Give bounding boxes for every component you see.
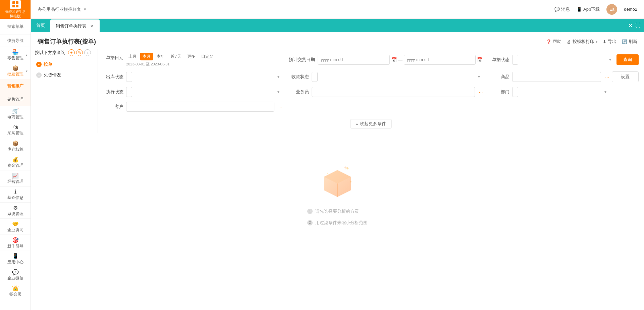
expected-date-from-icon[interactable]: 📅 <box>391 57 397 62</box>
out-status-select[interactable] <box>126 72 132 82</box>
department-select[interactable] <box>512 87 518 97</box>
sidebar-item-app-center[interactable]: 📱 应用中心 <box>0 251 31 267</box>
svg-point-9 <box>350 181 352 183</box>
filter-content: 按以下方案查询 + ✎ « <box>31 49 644 133</box>
logo-text: 标推版 <box>10 14 21 19</box>
expected-date-to-icon[interactable]: 📅 <box>477 57 483 62</box>
settings-btn-spacer: 设置 <box>612 71 639 82</box>
expected-date-from[interactable] <box>318 55 389 65</box>
tab-home[interactable]: 首页 <box>31 19 50 32</box>
sidebar-item-finance[interactable]: 💰 资金管理 <box>0 154 31 170</box>
sales-label: 销售管理 <box>7 97 23 102</box>
date-tab-this-month[interactable]: 本月 <box>140 53 153 60</box>
top-header: 办公用品行业模拟账套 ▾ 💬 消息 📱 App下载 Ea demo2 <box>31 0 644 19</box>
sidebar-item-inventory[interactable]: 📦 库存核算 <box>0 138 31 154</box>
goods-field-group: 商品 ··· 设置 <box>489 71 639 82</box>
print-btn[interactable]: 🖨 按模板打印 ▾ <box>567 39 597 45</box>
filter-scheme-title-text: 按以下方案查询 <box>35 50 65 56</box>
tab-sales-order[interactable]: 销售订单执行表 ✕ <box>50 19 100 33</box>
sidebar-item-basic-info[interactable]: ℹ 基础信息 <box>0 187 31 203</box>
filter-section: 按以下方案查询 + ✎ « <box>31 49 644 133</box>
tab-bar: 首页 销售订单执行表 ✕ ✕ ⛶ <box>31 19 644 32</box>
marketing-label: 营销推广 <box>7 83 23 89</box>
salesperson-label: 业务员 <box>289 89 309 95</box>
exec-status-select[interactable] <box>126 87 132 97</box>
date-tab-this-year[interactable]: 本年 <box>154 53 167 60</box>
avatar[interactable]: Ea <box>606 4 617 15</box>
filter-row-4: 客户 ··· <box>103 102 639 112</box>
print-dropdown-icon[interactable]: ▾ <box>596 40 597 44</box>
collapse-scheme-btn[interactable]: « <box>84 49 91 56</box>
inventory-icon: 📦 <box>12 140 19 147</box>
expected-date-to[interactable] <box>404 55 476 65</box>
message-btn[interactable]: 💬 消息 <box>554 6 570 12</box>
logo-icon <box>10 0 21 9</box>
help-icon: ❓ <box>546 39 551 44</box>
department-field-group: 部门 <box>489 87 639 97</box>
inventory-label: 库存核算 <box>7 147 23 152</box>
new-guide-icon: 🎯 <box>12 237 19 243</box>
date-tab-last-month[interactable]: 上月 <box>126 53 139 60</box>
salesperson-field-group: 业务员 ··· <box>289 87 483 97</box>
date-tab-more[interactable]: 更多 <box>185 53 198 60</box>
date-field-group: 单据日期 上月 本月 本年 近7天 更多 自定义 20 <box>103 53 282 67</box>
filter-row-2: 出库状态 收款状态 <box>103 71 639 82</box>
sidebar-item-wholesale[interactable]: 📦 批发管理 <box>0 63 31 79</box>
app-center-icon: 📱 <box>12 253 19 259</box>
date-tab-custom[interactable]: 自定义 <box>199 53 216 60</box>
salesperson-more-btn[interactable]: ··· <box>479 89 483 95</box>
collapse-more-area: « 收起更多条件 <box>103 116 639 133</box>
enterprise-collab-label: 企业协同 <box>7 227 23 233</box>
edit-scheme-btn[interactable]: ✎ <box>76 49 83 56</box>
sidebar-item-enterprise-wechat[interactable]: 💬 企业微信 <box>0 267 31 283</box>
sidebar-item-ecommerce[interactable]: 🛒 电商管理 <box>0 106 31 122</box>
sidebar-item-operations[interactable]: 📈 经营管理 <box>0 170 31 187</box>
app-download-btn[interactable]: 📱 App下载 <box>577 6 600 12</box>
username[interactable]: demo2 <box>624 7 637 12</box>
tab-bar-right: ✕ ⛶ <box>628 22 644 29</box>
sidebar-item-retail[interactable]: 🏪 零售管理 <box>0 47 31 63</box>
goods-label: 商品 <box>489 74 509 80</box>
customer-input[interactable] <box>126 102 274 112</box>
doc-status-select[interactable] <box>512 55 518 65</box>
app-logo[interactable]: 畅捷通好生意 标推版 <box>0 0 31 19</box>
help-btn[interactable]: ❓ 帮助 <box>546 39 561 45</box>
out-status-field-group: 出库状态 <box>103 72 282 82</box>
date-tab-7days[interactable]: 近7天 <box>168 53 183 60</box>
sidebar-sub-item-sales[interactable]: 销售管理 <box>0 93 31 106</box>
exec-status-field-group: 执行状态 <box>103 87 282 97</box>
salesperson-input[interactable] <box>312 87 475 97</box>
refresh-btn[interactable]: 🔄 刷新 <box>622 39 637 45</box>
vip-icon: 👑 <box>12 285 19 292</box>
sidebar-item-search[interactable]: 搜索菜单 <box>0 19 31 35</box>
export-btn[interactable]: ⬇ 导出 <box>603 39 616 45</box>
collapse-more-btn[interactable]: « 收起更多条件 <box>350 119 391 128</box>
goods-input[interactable] <box>512 72 601 82</box>
filter-scheme-icons: + ✎ « <box>68 49 91 56</box>
sidebar-item-purchase[interactable]: 🛍 采购管理 <box>0 122 31 138</box>
add-scheme-btn[interactable]: + <box>68 49 75 56</box>
payment-status-select[interactable] <box>312 72 318 82</box>
search-button[interactable]: 查询 <box>616 54 639 65</box>
out-status-label: 出库状态 <box>103 74 123 80</box>
sidebar-item-new-guide[interactable]: 🎯 新手引导 <box>0 235 31 251</box>
tab-expand-btn[interactable]: ⛶ <box>635 22 641 29</box>
settings-button[interactable]: 设置 <box>612 71 639 82</box>
tab-close-icon[interactable]: ✕ <box>89 23 94 29</box>
scheme-item-by-order[interactable]: ● 按单 <box>35 59 94 69</box>
enterprise-wechat-icon: 💬 <box>12 269 19 275</box>
tab-close-btn[interactable]: ✕ <box>628 22 633 29</box>
filter-row-3: 执行状态 业务员 ··· <box>103 87 639 97</box>
exec-status-select-wrapper <box>126 87 282 97</box>
filter-scheme-title: 按以下方案查询 + ✎ « <box>35 49 94 56</box>
scheme-item-shortage[interactable]: ○ 欠货情况 <box>35 70 94 80</box>
sidebar-sub-item-marketing[interactable]: 营销推广 <box>0 79 31 93</box>
customer-more-btn[interactable]: ··· <box>278 104 282 109</box>
app-download-icon: 📱 <box>577 7 582 12</box>
sidebar-item-system[interactable]: ⚙ 系统管理 <box>0 203 31 219</box>
header-dropdown-arrow[interactable]: ▾ <box>84 7 86 12</box>
goods-more-btn[interactable]: ··· <box>605 74 609 80</box>
sidebar-item-enterprise-collab[interactable]: 🤝 企业协同 <box>0 219 31 235</box>
sidebar-item-vip[interactable]: 👑 畅会员 <box>0 283 31 299</box>
sidebar-item-quick-nav[interactable]: 快捷导航 <box>0 35 31 47</box>
